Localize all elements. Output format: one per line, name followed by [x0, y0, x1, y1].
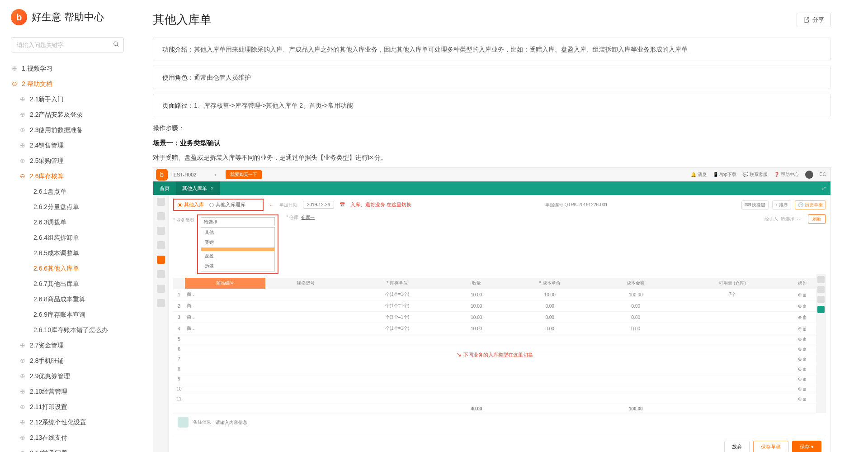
mock-side-icon[interactable] [157, 212, 165, 220]
nav-2-6-6[interactable]: 2.6.6其他入库单 [11, 261, 124, 276]
nav-label: 2.6.6其他入库单 [33, 263, 79, 273]
mock-side-icon-active[interactable] [157, 256, 165, 264]
nav-2-3[interactable]: ⊕2.3使用前数据准备 [11, 122, 124, 138]
mock-dock-icon[interactable] [817, 286, 825, 293]
nav-label: 2.1新手入门 [30, 94, 64, 104]
mock-side-icon[interactable] [157, 198, 165, 206]
info-label: 使用角色： [162, 74, 194, 81]
mock-trial-button[interactable]: 我要购买一下 [226, 170, 262, 179]
mock-side-icon[interactable] [157, 299, 165, 307]
nav-2-1[interactable]: ⊕2.1新手入门 [11, 91, 124, 107]
mock-biztype-select[interactable]: 其他 受赠 盘盈 拆装 [197, 214, 278, 274]
nav-2-6-8[interactable]: 2.6.8商品成本重算 [11, 291, 124, 307]
mock-refresh-button[interactable]: 刷新 [808, 214, 826, 224]
nav-2-5[interactable]: ⊕2.5采购管理 [11, 153, 124, 168]
mock-person-input[interactable]: 请选择 [781, 216, 794, 222]
nav-label: 2.3使用前数据准备 [30, 125, 83, 135]
mock-dropdown: 其他 受赠 盘盈 拆装 [201, 227, 275, 271]
search-icon[interactable] [113, 41, 119, 49]
nav-2-4[interactable]: ⊕2.4销售管理 [11, 138, 124, 153]
nav-label: 2.7资金管理 [30, 340, 64, 350]
mock-nav-help[interactable]: ❓ 帮助中心 [774, 171, 799, 178]
nav-label: 2.6.4组装拆卸单 [33, 233, 79, 243]
mock-side-icon[interactable] [157, 285, 165, 293]
mock-dd-item[interactable] [201, 247, 274, 251]
nav-2-11[interactable]: ⊕2.11打印设置 [11, 399, 124, 414]
mock-biztype-label: * 业务类型 [173, 214, 194, 224]
mock-draft-button[interactable]: 保存草稿 [753, 441, 788, 452]
search-wrap [11, 37, 124, 52]
plus-icon: ⊕ [19, 434, 26, 441]
mock-tool-fastkey[interactable]: ⌨ 快捷键 [741, 200, 769, 209]
nav-2-6-7[interactable]: 2.6.7其他出库单 [11, 276, 124, 291]
minus-icon: ⊖ [11, 80, 18, 87]
mock-fullscreen-icon[interactable]: ⤢ [817, 186, 830, 191]
table-row: 5⊕ 🗑 [173, 334, 816, 344]
close-icon[interactable]: × [211, 186, 213, 191]
nav-label: 2.13在线支付 [30, 433, 67, 442]
mock-tab-active[interactable]: 其他入库单× [176, 181, 220, 195]
mock-date-input[interactable]: 2019-12-26 [303, 201, 334, 209]
mock-save-button[interactable]: 保存 ▾ [792, 441, 821, 452]
plus-icon: ⊕ [19, 126, 26, 133]
nav-video[interactable]: ⊕1.视频学习 [11, 61, 124, 76]
mock-avatar-icon[interactable] [805, 171, 813, 179]
arrow-icon: ← [269, 202, 274, 208]
mock-memo-input[interactable] [216, 420, 821, 425]
mock-dock-icon[interactable] [817, 306, 825, 313]
mock-biztype-input[interactable] [201, 217, 275, 226]
nav-2-6[interactable]: ⊖2.6库存核算 [11, 168, 124, 184]
nav-2-9[interactable]: ⊕2.9优惠券管理 [11, 368, 124, 384]
mock-dd-item[interactable]: 拆装 [201, 261, 274, 271]
mock-person-label: 经手人 [764, 216, 778, 222]
mock-dock-icon[interactable] [817, 276, 825, 283]
nav-2-12[interactable]: ⊕2.12系统个性化设置 [11, 414, 124, 430]
nav-2-6-5[interactable]: 2.6.5成本调整单 [11, 245, 124, 261]
mock-nav-contact[interactable]: 💬 联系客服 [743, 171, 768, 178]
mock-dd-item[interactable]: 盘盈 [201, 251, 274, 261]
mock-memo-label: 备注信息 [193, 419, 211, 425]
mock-dd-item[interactable]: 其他 [201, 228, 274, 238]
svg-line-1 [117, 45, 119, 47]
mock-th: 商品编号 [185, 278, 265, 289]
mock-wh-value[interactable]: 仓库一 [301, 214, 315, 221]
mock-th: 成本金额 [595, 278, 676, 289]
search-input[interactable] [11, 37, 124, 52]
nav-docs[interactable]: ⊖2.帮助文档 [11, 76, 124, 91]
mock-tool-history[interactable]: 🕑 历史单据 [795, 200, 826, 209]
mock-radio-return[interactable]: 其他入库退库 [209, 201, 245, 208]
nav-label: 2.14常见问题 [30, 448, 67, 452]
nav-2-2[interactable]: ⊕2.2产品安装及登录 [11, 107, 124, 122]
mock-nav-msg[interactable]: 🔔 消息 [691, 171, 707, 178]
nav-2-6-9[interactable]: 2.6.9库存账本查询 [11, 307, 124, 322]
plus-icon: ⊕ [19, 111, 26, 118]
mock-side-icon[interactable] [157, 270, 165, 278]
share-button[interactable]: 分享 [797, 13, 831, 27]
mock-tool-sort[interactable]: ↕ 排序 [772, 200, 791, 209]
nav-2-6-3[interactable]: 2.6.3调拨单 [11, 214, 124, 230]
mock-nav-app[interactable]: 📱 App下载 [713, 171, 736, 178]
mock-dock-icon[interactable] [817, 296, 825, 303]
info-path: 页面路径：1、库存核算->库存管理->其他入库单 2、首页->常用功能 [153, 94, 831, 117]
nav-2-6-10[interactable]: 2.6.10库存账本错了怎么办 [11, 322, 124, 338]
mock-tab-home[interactable]: 首页 [153, 181, 176, 195]
nav-2-6-2[interactable]: 2.6.2分量盘点单 [11, 199, 124, 214]
nav-2-6-1[interactable]: 2.6.1盘点单 [11, 184, 124, 199]
mock-th: 操作 [789, 278, 816, 289]
nav-label: 2.9优惠券管理 [30, 371, 70, 381]
nav-2-10[interactable]: ⊕2.10经营管理 [11, 384, 124, 399]
nav-2-6-4[interactable]: 2.6.4组装拆卸单 [11, 230, 124, 245]
plus-icon: ⊕ [19, 403, 26, 410]
mock-dd-item[interactable]: 受赠 [201, 238, 274, 247]
nav-2-14[interactable]: ⊕2.14常见问题 [11, 445, 124, 452]
nav-2-13[interactable]: ⊕2.13在线支付 [11, 430, 124, 445]
nav-2-7[interactable]: ⊕2.7资金管理 [11, 338, 124, 353]
nav-label: 2.11打印设置 [30, 402, 67, 412]
mock-side-icon[interactable] [157, 227, 165, 235]
mock-cancel-button[interactable]: 放弃 [724, 441, 750, 452]
mock-side-icon[interactable] [157, 241, 165, 249]
mock-side [153, 195, 169, 452]
nav-2-8[interactable]: ⊕2.8手机旺铺 [11, 353, 124, 368]
mock-radio-in[interactable]: 其他入库 [178, 201, 204, 208]
mock-rightdock [816, 274, 826, 413]
